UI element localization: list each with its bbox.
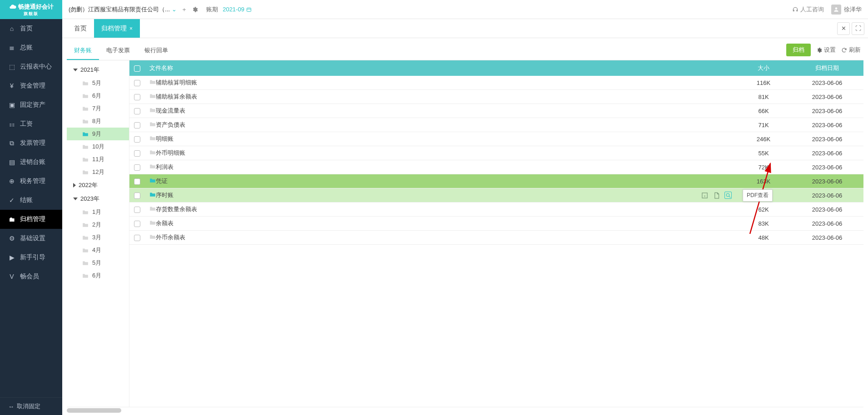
file-name: 序时账: [156, 192, 174, 198]
unpin-button[interactable]: ↔ 取消固定: [0, 397, 62, 415]
table-row[interactable]: 辅助核算余额表 81K 2023-06-06: [129, 90, 863, 104]
horizontal-scrollbar[interactable]: [67, 407, 863, 413]
archive-date: 2023-06-06: [791, 76, 863, 90]
tree-month[interactable]: 9月: [67, 128, 129, 140]
nav-icon: ¥: [8, 82, 15, 89]
tree-month[interactable]: 10月: [67, 140, 129, 153]
close-all-tabs-button[interactable]: ✕: [837, 22, 850, 35]
pdf-view-icon[interactable]: [724, 192, 732, 199]
nav-item-7[interactable]: ▤进销台账: [0, 153, 62, 172]
table-row[interactable]: 存货数量余额表 62K 2023-06-06: [129, 203, 863, 217]
nav-icon: 🖿: [8, 216, 15, 223]
tree-month[interactable]: 3月: [67, 231, 129, 244]
nav-icon: ▤: [8, 158, 15, 166]
tree-month[interactable]: 5月: [67, 257, 129, 269]
tree-month[interactable]: 1月: [67, 206, 129, 218]
settings-icon-button[interactable]: [192, 6, 198, 13]
archive-date: 2023-06-06: [791, 146, 863, 160]
row-checkbox[interactable]: [134, 150, 140, 157]
refresh-button[interactable]: 刷新: [841, 46, 861, 54]
row-checkbox[interactable]: [134, 207, 140, 213]
table-row[interactable]: 凭证 163K 2023-06-06: [129, 174, 863, 188]
company-selector[interactable]: (勿删）江西服宝精品有限责任公司（... ⌄: [69, 5, 177, 14]
archive-date: 2023-06-06: [791, 174, 863, 188]
row-checkbox[interactable]: [134, 94, 140, 100]
row-checkbox[interactable]: [134, 80, 140, 86]
table-row[interactable]: 现金流量表 66K 2023-06-06: [129, 104, 863, 118]
caret-down-icon: [73, 69, 78, 71]
table-row[interactable]: 资产负债表 71K 2023-06-06: [129, 118, 863, 132]
nav-item-5[interactable]: ⚏工资: [0, 114, 62, 133]
row-checkbox[interactable]: [134, 122, 140, 128]
pdf-download-icon[interactable]: [713, 192, 720, 199]
row-checkbox[interactable]: [134, 164, 140, 171]
page-tab-1[interactable]: 归档管理×: [94, 19, 140, 38]
settings-button[interactable]: 设置: [816, 46, 836, 54]
nav-item-4[interactable]: ▣固定资产: [0, 95, 62, 114]
archive-date: 2023-06-06: [791, 217, 863, 231]
nav-item-11[interactable]: ⚙基础设置: [0, 229, 62, 248]
nav-item-9[interactable]: ✓结账: [0, 191, 62, 210]
nav-icon: V: [8, 273, 15, 280]
tree-year[interactable]: 2023年: [67, 192, 129, 206]
tree-year[interactable]: 2021年: [67, 63, 129, 77]
page-tab-0[interactable]: 首页: [67, 19, 94, 38]
row-checkbox[interactable]: [134, 108, 140, 114]
user-menu[interactable]: 徐泽华: [831, 5, 862, 15]
nav-item-8[interactable]: ⊕税务管理: [0, 172, 62, 191]
tree-month[interactable]: 12月: [67, 166, 129, 178]
nav-item-3[interactable]: ¥资金管理: [0, 76, 62, 95]
table-row[interactable]: 序时账 x PDF查看 13K 2023-06-06: [129, 188, 863, 203]
nav-icon: ≣: [8, 44, 15, 51]
excel-export-icon[interactable]: x: [701, 192, 708, 199]
add-company-button[interactable]: ＋: [181, 5, 187, 14]
tree-month[interactable]: 6月: [67, 89, 129, 102]
nav-item-6[interactable]: ⧉发票管理: [0, 133, 62, 153]
sub-tab-0[interactable]: 财务账: [67, 42, 99, 60]
table-row[interactable]: 余额表 83K 2023-06-06: [129, 217, 863, 231]
table-row[interactable]: 辅助核算明细账 116K 2023-06-06: [129, 76, 863, 90]
file-size: 81K: [736, 90, 791, 104]
archive-date: 2023-06-06: [791, 231, 863, 245]
file-size: 48K: [736, 231, 791, 245]
sidebar: 畅捷通好会计 旗舰版 ⌂首页≣总账⬚云报表中心¥资金管理▣固定资产⚏工资⧉发票管…: [0, 0, 62, 415]
row-checkbox[interactable]: [134, 136, 140, 143]
table-row[interactable]: 外币明细账 55K 2023-06-06: [129, 146, 863, 160]
row-checkbox[interactable]: [134, 235, 140, 241]
row-checkbox[interactable]: [134, 178, 140, 185]
tree-month[interactable]: 8月: [67, 115, 129, 128]
table-row[interactable]: 明细账 246K 2023-06-06: [129, 132, 863, 146]
tree-month[interactable]: 5月: [67, 77, 129, 89]
file-size: 72K: [736, 160, 791, 174]
file-name: 辅助核算明细账: [156, 79, 197, 86]
support-button[interactable]: 人工咨询: [792, 5, 824, 14]
file-size: 116K: [736, 76, 791, 90]
close-icon[interactable]: ×: [129, 25, 133, 32]
nav-item-2[interactable]: ⬚云报表中心: [0, 57, 62, 76]
period-selector[interactable]: 2021-09: [223, 6, 252, 13]
nav-item-0[interactable]: ⌂首页: [0, 19, 62, 38]
calendar-icon: [246, 7, 252, 12]
file-size: 163K: [736, 174, 791, 188]
nav-item-10[interactable]: 🖿归档管理: [0, 210, 62, 229]
table-row[interactable]: 利润表 72K 2023-06-06: [129, 160, 863, 174]
tree-month[interactable]: 11月: [67, 153, 129, 166]
archive-button[interactable]: 归档: [786, 44, 811, 56]
tree-year[interactable]: 2022年: [67, 178, 129, 192]
tree-month[interactable]: 2月: [67, 218, 129, 231]
nav-item-1[interactable]: ≣总账: [0, 38, 62, 57]
table-row[interactable]: 外币余额表 48K 2023-06-06: [129, 231, 863, 245]
row-checkbox[interactable]: [134, 221, 140, 227]
svg-line-5: [729, 196, 730, 198]
sub-tab-2[interactable]: 银行回单: [137, 42, 175, 60]
row-checkbox[interactable]: [134, 193, 140, 199]
sub-tab-1[interactable]: 电子发票: [99, 42, 137, 60]
nav-icon: ⚏: [8, 120, 15, 128]
select-all-checkbox[interactable]: [134, 65, 140, 72]
tree-month[interactable]: 6月: [67, 269, 129, 282]
tree-month[interactable]: 4月: [67, 244, 129, 257]
nav-item-12[interactable]: ▶新手引导: [0, 248, 62, 267]
tree-month[interactable]: 7月: [67, 102, 129, 115]
nav-item-13[interactable]: V畅会员: [0, 267, 62, 286]
fullscreen-button[interactable]: ⛶: [852, 22, 864, 35]
